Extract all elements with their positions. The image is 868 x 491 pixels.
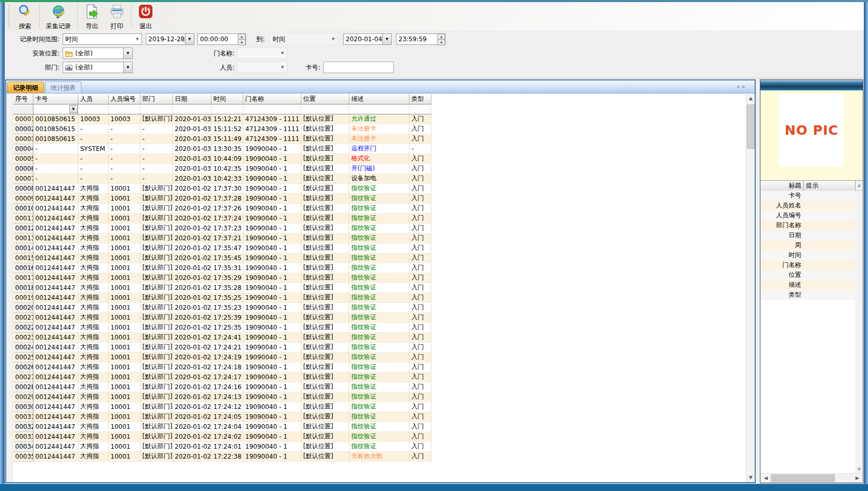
column-header-card[interactable]: 卡号 [33, 94, 78, 104]
table-row[interactable]: 000300012441447大拇指10001[默认部门]2020-01-021… [13, 402, 431, 412]
caption-row[interactable]: 位置 [760, 270, 855, 280]
column-header-dept[interactable]: 部门 [140, 94, 172, 104]
table-row[interactable]: 000330012441447大拇指10001[默认部门]2020-01-021… [13, 431, 431, 441]
time-type-to-combo[interactable]: 时间 ▼ [270, 33, 338, 45]
caption-row[interactable]: 日期 [760, 230, 855, 240]
column-filter-person[interactable] [78, 104, 108, 114]
table-row[interactable]: 000240012441447大拇指10001[默认部门]2020-01-021… [13, 342, 431, 352]
table-row[interactable]: 000160012441447大拇指10001[默认部门]2020-01-021… [13, 263, 431, 273]
department-combo[interactable]: (全部) ▼ [63, 62, 133, 73]
caption-row[interactable]: 人员姓名 [760, 201, 855, 211]
column-filter-location[interactable] [301, 104, 349, 114]
column-filter-door[interactable] [243, 104, 301, 114]
tab-record-detail[interactable]: 记录明细 [7, 81, 44, 93]
scroll-down-icon[interactable]: ▼ [855, 466, 863, 473]
person-combo[interactable]: ▼ [237, 62, 287, 73]
table-row[interactable]: 0000100108506151000310003[默认部门]2020-01-0… [13, 114, 431, 124]
print-button[interactable]: 打印 [104, 2, 130, 30]
column-filter-card[interactable]: ▼ [33, 104, 78, 114]
column-header-time[interactable]: 时间 [211, 94, 243, 104]
caption-row[interactable]: 类型 [760, 290, 855, 300]
card-number-input[interactable] [323, 62, 394, 73]
table-row[interactable]: 00005----2020-01-0310:44:0919090040 - 1[… [13, 154, 431, 163]
time-from-spinner[interactable]: 00:00:00 ▲▼ [197, 33, 246, 45]
table-row[interactable]: 000210012441447大拇指10001[默认部门]2020-01-021… [13, 312, 431, 322]
scroll-down-icon[interactable]: ▼ [746, 473, 755, 482]
caption-row[interactable]: 卡号 [760, 191, 855, 201]
column-header-type[interactable]: 类型 [409, 94, 431, 104]
table-row[interactable]: 00006----2020-01-0310:42:3519090040 - 1[… [13, 163, 431, 173]
grid-vertical-scrollbar[interactable]: ▲ ▼ [746, 94, 755, 482]
scroll-up-icon[interactable]: ▲ [855, 181, 863, 191]
scrollbar-thumb[interactable] [771, 474, 835, 482]
column-filter-time[interactable] [211, 104, 243, 114]
caption-column-title[interactable]: 标题 [760, 181, 804, 191]
scroll-left-icon[interactable]: ◀ [761, 474, 770, 483]
table-row[interactable]: 000310012441447大拇指10001[默认部门]2020-01-021… [13, 412, 431, 422]
table-row[interactable]: 000120012441447大拇指10001[默认部门]2020-01-021… [13, 223, 431, 233]
table-row[interactable]: 000190012441447大拇指10001[默认部门]2020-01-021… [13, 293, 431, 302]
scrollbar-thumb[interactable] [747, 104, 755, 149]
column-header-door[interactable]: 门名称 [243, 94, 301, 104]
table-row[interactable]: 000320012441447大拇指10001[默认部门]2020-01-021… [13, 422, 431, 431]
column-filter-person-id[interactable] [108, 104, 140, 114]
column-header-location[interactable]: 位置 [301, 94, 349, 104]
card-filter-dropdown[interactable]: ▼ [69, 105, 78, 113]
scroll-up-icon[interactable]: ▲ [746, 94, 755, 103]
time-to-spinner[interactable]: 23:59:59 ▲▼ [396, 33, 445, 45]
export-button[interactable]: 导出 [79, 2, 104, 30]
table-row[interactable]: 000150012441447大拇指10001[默认部门]2020-01-021… [13, 253, 431, 263]
caption-row[interactable]: 周 [760, 240, 855, 250]
table-row[interactable]: 000250012441447大拇指10001[默认部门]2020-01-021… [13, 352, 431, 362]
table-row[interactable]: 000220012441447大拇指10001[默认部门]2020-01-021… [13, 322, 431, 332]
table-row[interactable]: 000290012441447大拇指10001[默认部门]2020-01-021… [13, 392, 431, 402]
exit-button[interactable]: 退出 [133, 2, 158, 30]
toolbar-grip[interactable] [7, 5, 10, 27]
column-header-person[interactable]: 人员 [78, 94, 108, 104]
search-button[interactable]: 搜索 [13, 2, 38, 30]
caption-row[interactable]: 门名称 [760, 260, 855, 270]
table-row[interactable]: 000130012441447大拇指10001[默认部门]2020-01-021… [13, 233, 431, 243]
tab-scroll-arrows[interactable]: ◂▸ [736, 83, 748, 90]
scroll-right-icon[interactable]: ▶ [853, 474, 862, 483]
table-row[interactable]: 000090012441447大拇指10001[默认部门]2020-01-021… [13, 193, 431, 203]
caption-row[interactable]: 部门名称 [760, 220, 855, 230]
table-row[interactable]: 00004-SYSTEM--2020-01-0313:30:3519090040… [13, 144, 431, 154]
table-row[interactable]: 000230012441447大拇指10001[默认部门]2020-01-021… [13, 332, 431, 342]
table-row[interactable]: 000110012441447大拇指10001[默认部门]2020-01-021… [13, 213, 431, 223]
column-header-date[interactable]: 日期 [172, 94, 211, 104]
table-row[interactable]: 000340012441447大拇指10001[默认部门]2020-01-021… [13, 441, 431, 451]
table-row[interactable]: 000140012441447大拇指10001[默认部门]2020-01-021… [13, 243, 431, 253]
door-name-combo[interactable]: ▼ [237, 48, 287, 59]
caption-row[interactable]: 人员编号 [760, 211, 855, 220]
table-row[interactable]: 000100012441447大拇指10001[默认部门]2020-01-021… [13, 203, 431, 213]
caption-column-hint[interactable]: 提示 [804, 181, 855, 191]
date-to-picker[interactable]: 2020-01-04 ▼ [343, 33, 392, 45]
time-type-from-combo[interactable]: 时间 ▼ [63, 33, 142, 45]
install-location-combo[interactable]: (全部) ▼ [63, 48, 133, 59]
caption-horizontal-scrollbar[interactable]: ◀ ▶ [760, 473, 863, 483]
table-row[interactable]: 00007----2020-01-0310:42:3319090040 - 1[… [13, 173, 431, 183]
caption-row[interactable]: 描述 [760, 280, 855, 290]
table-row[interactable]: 000260012441447大拇指10001[默认部门]2020-01-021… [13, 362, 431, 372]
column-filter-dept[interactable] [140, 104, 172, 114]
table-row[interactable]: 000080012441447大拇指10001[默认部门]2020-01-021… [13, 183, 431, 193]
caption-row[interactable]: 时间 [760, 250, 855, 260]
collect-records-button[interactable]: 采集记录 [41, 2, 76, 30]
spinner-buttons[interactable]: ▲▼ [437, 34, 445, 44]
column-filter-type[interactable] [409, 104, 431, 114]
table-row[interactable]: 000030010850615---2020-01-0315:11:494712… [13, 134, 431, 144]
spinner-buttons[interactable]: ▲▼ [238, 34, 245, 44]
tab-statistics-report[interactable]: 统计报表 [45, 81, 81, 93]
table-row[interactable]: 000280012441447大拇指10001[默认部门]2020-01-021… [13, 382, 431, 392]
table-row[interactable]: 000020010850615---2020-01-0315:11:524712… [13, 124, 431, 134]
caption-vertical-scrollbar[interactable]: ▼ [855, 191, 863, 473]
table-row[interactable]: 000200012441447大拇指10001[默认部门]2020-01-021… [13, 302, 431, 312]
date-from-picker[interactable]: 2019-12-28 ▼ [146, 33, 194, 45]
table-row[interactable]: 000180012441447大拇指10001[默认部门]2020-01-021… [13, 283, 431, 293]
table-row[interactable]: 000350012441447大拇指10001[默认部门]2020-01-021… [13, 451, 431, 461]
column-header-desc[interactable]: 描述 [349, 94, 409, 104]
table-row[interactable]: 000270012441447大拇指10001[默认部门]2020-01-021… [13, 372, 431, 382]
column-header-no[interactable]: 序号 [13, 94, 33, 104]
table-row[interactable]: 000170012441447大拇指10001[默认部门]2020-01-021… [13, 273, 431, 283]
